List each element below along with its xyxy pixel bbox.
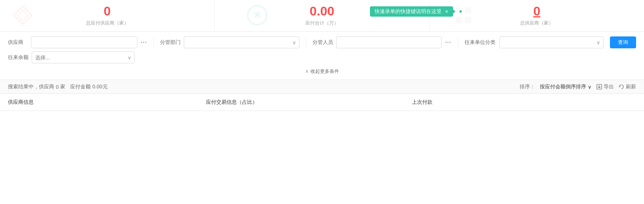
sort-select[interactable]: 按应付会额倒序排序 ∨ xyxy=(540,83,592,90)
export-icon xyxy=(596,84,602,90)
stat-payable-total: 米 0.00 应付合计（万） 快速录单的快捷键说明在这里 × xyxy=(215,0,429,31)
result-bar: 搜索结果中，供应商 0 家 应付金额 0.00元 排序： 按应付会额倒序排序 ∨… xyxy=(0,80,644,94)
svg-rect-5 xyxy=(465,17,471,23)
person-input[interactable] xyxy=(336,36,442,48)
col-header-last-pay: 上次付款 xyxy=(412,99,636,106)
person-label: 分管人员 xyxy=(312,39,333,46)
stat-total-suppliers-value: 0 xyxy=(533,5,540,17)
result-actions: 排序： 按应付会额倒序排序 ∨ 导出 刷新 xyxy=(520,83,636,90)
filter-group-unit-category: 往来单位分类 ∨ xyxy=(465,36,604,48)
balance-select-wrapper: ∨ xyxy=(32,51,135,63)
balance-label: 往来余额 xyxy=(8,54,29,61)
stat-total-payable-suppliers: 0 总应付供应商（家） xyxy=(0,0,215,31)
filter-row-1: 供应商 ··· 分管部门 ∨ 分管人员 ··· 往来单位分类 ∨ xyxy=(8,36,636,48)
filter-group-person: 分管人员 ··· xyxy=(312,36,458,48)
col-header-trade-info: 应付交易信息（占比） xyxy=(206,99,412,106)
sort-label: 排序： xyxy=(520,83,535,90)
tooltip-close-button[interactable]: × xyxy=(445,9,448,14)
stat-total-suppliers-label: 总供应商（家） xyxy=(520,20,553,27)
sort-arrow-icon: ∨ xyxy=(588,84,592,90)
refresh-button[interactable]: 刷新 xyxy=(619,83,636,90)
result-amount-label: 应付金额 xyxy=(70,83,91,90)
stat-payable-suppliers-label: 总应付供应商（家） xyxy=(86,20,129,27)
stat-payable-total-label: 应付合计（万） xyxy=(305,20,339,27)
supplier-label: 供应商 xyxy=(8,39,28,46)
collapse-row: ∧ 收起更多条件 xyxy=(8,67,636,76)
filter-group-balance: 往来余额 ∨ xyxy=(8,51,135,63)
result-amount-value: 0.00元 xyxy=(92,83,107,90)
department-label: 分管部门 xyxy=(160,39,181,46)
filter-row-2: 往来余额 ∨ xyxy=(8,51,636,63)
result-supplier-unit: 家 xyxy=(60,83,65,90)
filter-group-supplier: 供应商 ··· xyxy=(8,36,154,48)
svg-rect-4 xyxy=(455,17,462,23)
stat-payable-total-value: 0.00 xyxy=(310,5,334,17)
unit-category-select-wrapper: ∨ xyxy=(499,36,604,48)
collapse-button[interactable]: ∧ 收起更多条件 xyxy=(305,68,339,75)
watermark-diamond-icon xyxy=(12,4,34,27)
export-label: 导出 xyxy=(604,83,614,90)
sort-text: 按应付会额倒序排序 xyxy=(540,83,586,90)
unit-category-input[interactable] xyxy=(499,36,604,48)
watermark-grid-icon xyxy=(453,5,473,26)
department-input[interactable] xyxy=(184,36,299,48)
refresh-label: 刷新 xyxy=(626,83,636,90)
department-select-wrapper: ∨ xyxy=(184,36,299,48)
table-header: 供应商信息 应付交易信息（占比） 上次付款 xyxy=(0,94,644,111)
unit-category-label: 往来单位分类 xyxy=(465,39,496,46)
filter-area: 供应商 ··· 分管部门 ∨ 分管人员 ··· 往来单位分类 ∨ xyxy=(0,32,644,80)
stats-bar: 0 总应付供应商（家） 米 0.00 应付合计（万） 快速录单的快捷键说明在这里… xyxy=(0,0,644,32)
col-header-supplier-info: 供应商信息 xyxy=(8,99,206,106)
result-prefix: 搜索结果中，供应商 xyxy=(8,83,54,90)
tooltip-bar: 快速录单的快捷键说明在这里 × xyxy=(370,6,453,17)
tooltip-text: 快速录单的快捷键说明在这里 xyxy=(375,8,442,15)
result-info: 搜索结果中，供应商 0 家 应付金额 0.00元 xyxy=(8,83,108,90)
export-button[interactable]: 导出 xyxy=(596,83,614,90)
stat-total-suppliers: 0 总供应商（家） xyxy=(430,0,644,31)
refresh-icon xyxy=(619,84,624,90)
filter-group-department: 分管部门 ∨ xyxy=(160,36,306,48)
supplier-input[interactable] xyxy=(31,36,137,48)
search-button[interactable]: 查询 xyxy=(610,36,636,48)
result-supplier-count: 0 xyxy=(56,84,59,90)
stat-payable-suppliers-value: 0 xyxy=(104,5,111,17)
watermark-coin-icon: 米 xyxy=(246,4,268,27)
svg-rect-3 xyxy=(465,7,471,13)
balance-input[interactable] xyxy=(32,51,135,63)
supplier-dots[interactable]: ··· xyxy=(141,39,147,46)
person-dots[interactable]: ··· xyxy=(445,39,451,46)
table-body xyxy=(0,111,644,204)
tooltip-dot xyxy=(459,10,463,13)
svg-text:米: 米 xyxy=(253,11,261,19)
